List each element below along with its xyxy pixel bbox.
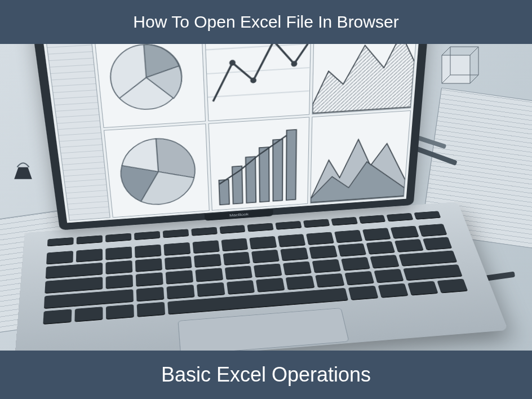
hero-illustration: MacBook	[0, 44, 532, 351]
radial-chart-panel	[104, 123, 210, 218]
area-chart-icon	[312, 44, 418, 114]
mountain-chart-icon	[311, 111, 410, 203]
header-title: How To Open Excel File In Browser	[133, 12, 398, 32]
svg-rect-18	[259, 147, 269, 202]
svg-line-4	[470, 75, 478, 83]
footer-title: Basic Excel Operations	[161, 363, 371, 387]
laptop-screen	[42, 44, 421, 223]
header-banner: How To Open Excel File In Browser	[0, 0, 532, 44]
area-chart-panel	[312, 44, 419, 114]
line-chart-panel	[205, 44, 311, 121]
footer-banner: Basic Excel Operations	[0, 351, 532, 399]
svg-line-3	[470, 47, 478, 55]
bar-chart-icon	[209, 117, 309, 210]
mountain-chart-panel	[310, 110, 411, 203]
svg-rect-20	[286, 130, 296, 200]
pie-chart-panel	[94, 44, 206, 128]
laptop: MacBook	[15, 90, 500, 349]
wire-cube-icon	[431, 44, 493, 89]
pie-chart-icon	[94, 44, 205, 127]
bar-chart-panel	[209, 117, 309, 210]
laptop-keyboard	[43, 211, 468, 325]
svg-line-8	[206, 44, 310, 50]
svg-rect-17	[246, 157, 256, 203]
radial-chart-icon	[104, 124, 209, 217]
svg-line-10	[208, 91, 309, 97]
line-chart-icon	[205, 44, 311, 121]
laptop-screen-frame: MacBook	[32, 44, 431, 230]
svg-line-2	[442, 47, 450, 55]
svg-rect-19	[273, 139, 283, 201]
laptop-trackpad	[178, 308, 349, 351]
